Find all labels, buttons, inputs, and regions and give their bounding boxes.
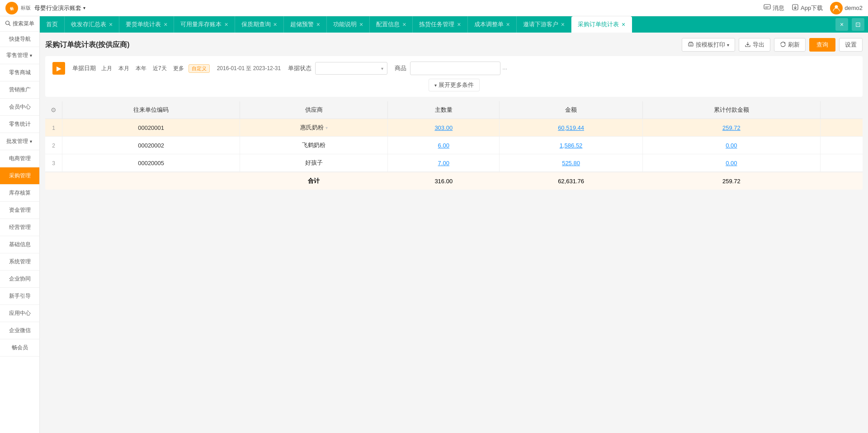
expand-btn[interactable]: ▾ 展开更多条件 (429, 79, 480, 91)
col-unit-code: 往来单位编码 (62, 101, 240, 119)
tab-fullscreen-btn[interactable]: ⊡ (852, 18, 864, 31)
tab-func-desc[interactable]: 功能说明 × (327, 16, 370, 33)
row-amount-2[interactable]: 1,586.52 (500, 137, 642, 154)
top-bar-left: 畅 标版 母婴行业演示账套 ▾ (5, 2, 85, 14)
row-qty-2[interactable]: 6.00 (388, 137, 500, 154)
row-supplier-3: 好孩子 (240, 154, 388, 172)
tab-close-purchase-stats[interactable]: × (622, 21, 625, 28)
footer-empty-2 (62, 172, 240, 190)
tab-close-invite-downstream[interactable]: × (561, 21, 565, 28)
user-area[interactable]: demo2 (830, 2, 863, 14)
tab-pick-task[interactable]: 拣货任务管理 × (413, 16, 467, 33)
logo-icon: 畅 (5, 2, 18, 14)
sidebar-quick-nav[interactable]: 快捷导航 (0, 32, 39, 47)
tab-cost-adjust-label: 成本调整单 (474, 20, 504, 29)
row-paid-1[interactable]: 259.72 (642, 119, 820, 137)
goods-filter: 商品 ··· (395, 62, 507, 75)
tab-close-demand-stats[interactable]: × (164, 21, 167, 28)
sidebar-item-system-mgmt[interactable]: 系统管理 (0, 253, 39, 271)
sidebar-item-basic-info[interactable]: 基础信息 (0, 236, 39, 253)
sidebar-item-member-center[interactable]: 会员中心 (0, 99, 39, 116)
tab-close-all-btn[interactable]: × (835, 18, 848, 31)
sidebar-item-vip-member[interactable]: 畅会员 (0, 339, 39, 357)
sidebar: 搜索菜单 快捷导航 零售管理 ▼ 零售商城 营销推广 会员中心 零售统计 批发管… (0, 16, 40, 433)
tab-close-pick-task[interactable]: × (457, 21, 461, 28)
tab-config-info[interactable]: 配置信息 × (370, 16, 413, 33)
sidebar-item-retail-mall[interactable]: 零售商城 (0, 64, 39, 81)
expand-label: 展开更多条件 (439, 81, 474, 89)
goods-input[interactable] (410, 62, 500, 75)
sidebar-item-wholesale-mgmt[interactable]: 批发管理 ▼ (0, 133, 39, 150)
row-amount-1[interactable]: 60,519.44 (500, 119, 642, 137)
settings-btn[interactable]: 设置 (839, 38, 863, 52)
shortcut-last-month[interactable]: 上月 (99, 64, 114, 73)
row-paid-2[interactable]: 0.00 (642, 137, 820, 154)
table-row: 3 00020005 好孩子 7.00 525.80 0.00 (45, 154, 863, 172)
row-qty-1[interactable]: 303.00 (388, 119, 500, 137)
print-arrow-icon: ▾ (727, 43, 729, 48)
sidebar-item-purchase-mgmt[interactable]: 采购管理 (0, 167, 39, 185)
user-avatar (830, 2, 843, 14)
tab-home[interactable]: 首页 (40, 16, 65, 33)
tab-close-shelf-life[interactable]: × (274, 21, 277, 28)
custom-tag[interactable]: 自定义 (189, 64, 210, 73)
query-btn[interactable]: 查询 (809, 38, 835, 52)
filter-toggle-btn[interactable]: ▶ (52, 62, 65, 75)
row-num-2: 2 (45, 137, 62, 154)
sidebar-search[interactable]: 搜索菜单 (0, 16, 39, 32)
shortcut-7days[interactable]: 近7天 (151, 64, 169, 73)
print-btn[interactable]: 按模板打印 ▾ (682, 38, 735, 52)
supplier-arrow-icon: ▾ (326, 125, 328, 130)
sidebar-item-retail-stats[interactable]: 零售统计 (0, 116, 39, 133)
tab-cost-adjust[interactable]: 成本调整单 × (468, 16, 517, 33)
row-extra-3 (820, 154, 863, 172)
tab-purchase-stats[interactable]: 采购订单统计表 × (571, 16, 632, 33)
logo-text: 标版 (21, 5, 31, 11)
workspace-selector[interactable]: 母婴行业演示账套 ▾ (34, 4, 85, 12)
row-paid-3[interactable]: 0.00 (642, 154, 820, 172)
refresh-btn[interactable]: 刷新 (774, 38, 806, 52)
filter-row: ▶ 单据日期 上月 本月 本年 近7天 更多 自定义 (52, 62, 855, 75)
tab-overstock[interactable]: 超储预警 × (284, 16, 327, 33)
row-amount-3[interactable]: 525.80 (500, 154, 642, 172)
tab-close-cost-adjust[interactable]: × (506, 21, 510, 28)
footer-amount: 62,631.76 (500, 172, 642, 190)
tab-available-inv[interactable]: 可用量库存账本 × (174, 16, 235, 33)
shortcut-this-month[interactable]: 本月 (117, 64, 131, 73)
tab-close-available-inv[interactable]: × (224, 21, 228, 28)
search-icon (5, 20, 11, 28)
sidebar-item-enterprise-collab[interactable]: 企业协同 (0, 271, 39, 288)
sidebar-item-finance-mgmt[interactable]: 资金管理 (0, 202, 39, 219)
sidebar-item-enterprise-wechat[interactable]: 企业微信 (0, 322, 39, 339)
status-select[interactable]: ▾ (315, 62, 387, 75)
goods-more-btn[interactable]: ··· (502, 65, 507, 72)
tab-close-config-info[interactable]: × (402, 21, 406, 28)
row-qty-3[interactable]: 7.00 (388, 154, 500, 172)
sidebar-item-ecommerce-mgmt[interactable]: 电商管理 (0, 150, 39, 167)
export-label: 导出 (753, 41, 764, 49)
tab-invite-downstream[interactable]: 邀请下游客户 × (517, 16, 571, 33)
row-extra-1 (820, 119, 863, 137)
tab-shelf-life[interactable]: 保质期查询 × (235, 16, 284, 33)
footer-paid: 259.72 (642, 172, 820, 190)
message-btn[interactable]: 消息 (764, 4, 784, 12)
app-download-btn[interactable]: App下载 (792, 4, 823, 12)
sidebar-item-marketing[interactable]: 营销推广 (0, 81, 39, 99)
shortcut-this-year[interactable]: 本年 (134, 64, 148, 73)
shortcut-more[interactable]: 更多 (171, 64, 186, 73)
tab-close-func-desc[interactable]: × (359, 21, 363, 28)
sidebar-item-new-guide[interactable]: 新手引导 (0, 288, 39, 305)
export-btn[interactable]: 导出 (739, 38, 770, 52)
col-settings-icon[interactable]: ⚙ (51, 106, 57, 114)
sidebar-item-app-center[interactable]: 应用中心 (0, 305, 39, 322)
tab-collect-send[interactable]: 收发存汇总表 × (65, 16, 119, 33)
sidebar-item-operations-mgmt[interactable]: 经营管理 (0, 219, 39, 236)
status-select-value (319, 64, 325, 72)
tab-close-collect-send[interactable]: × (109, 21, 113, 28)
sidebar-item-retail-mgmt[interactable]: 零售管理 ▼ (0, 47, 39, 64)
tab-demand-stats[interactable]: 要货单统计表 × (119, 16, 174, 33)
tab-close-overstock[interactable]: × (316, 21, 320, 28)
tab-invite-downstream-label: 邀请下游客户 (523, 20, 558, 29)
svg-point-5 (6, 21, 9, 24)
sidebar-item-inventory-check[interactable]: 库存核算 (0, 185, 39, 202)
